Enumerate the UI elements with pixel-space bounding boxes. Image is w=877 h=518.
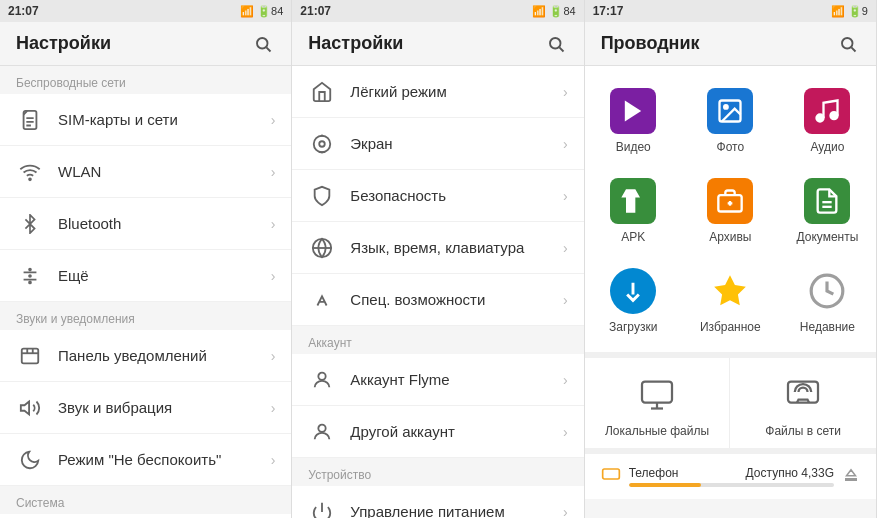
panel-settings-1: 21:07 📶 🔋84 Настройки Беспроводные сети … [0,0,292,518]
storage-bar-fill [629,483,701,487]
menu-item-other-account[interactable]: Другой аккаунт › [292,406,583,458]
easy-label: Лёгкий режим [350,83,563,100]
archives-label: Архивы [709,230,751,244]
search-icon-3 [839,35,857,53]
other-account-icon [308,418,336,446]
search-icon-2 [547,35,565,53]
search-button-3[interactable] [836,32,860,56]
apk-label: APK [621,230,645,244]
svg-rect-42 [642,382,672,403]
status-bar-1: 21:07 📶 🔋84 [0,0,291,22]
recent-label: Недавние [800,320,855,334]
file-grid-main: Видео Фото Аудио APK [585,66,876,352]
lang-label: Язык, время, клавиатура [350,239,563,256]
file-item-photo[interactable]: Фото [682,74,779,164]
lang-chevron: › [563,240,568,256]
downloads-icon [610,268,656,314]
storage-device-icon [601,464,621,489]
status-icons-2: 📶 🔋84 [532,5,575,18]
other-account-chevron: › [563,424,568,440]
more-chevron: › [271,268,276,284]
screen-label: Экран [350,135,563,152]
file-item-archives[interactable]: Архивы [682,164,779,254]
panel-3-header: Проводник [585,22,876,66]
file-item-documents[interactable]: Документы [779,164,876,254]
recent-icon [804,268,850,314]
menu-item-easy[interactable]: Лёгкий режим › [292,66,583,118]
status-bar-3: 17:17 📶 🔋9 [585,0,876,22]
svg-point-0 [257,38,268,49]
more-icon [16,262,44,290]
menu-item-sound[interactable]: Звук и вибрация › [0,382,291,434]
storage-device-label: Телефон [629,466,679,480]
menu-item-security[interactable]: Безопасность › [292,170,583,222]
svg-marker-40 [714,275,746,305]
file-item-video[interactable]: Видео [585,74,682,164]
search-icon-1 [254,35,272,53]
svg-point-6 [29,281,31,283]
menu-item-more[interactable]: Ещё › [0,250,291,302]
svg-point-5 [29,275,31,277]
menu-item-wlan[interactable]: WLAN › [0,146,291,198]
search-button-2[interactable] [544,32,568,56]
time-1: 21:07 [8,4,39,18]
audio-label: Аудио [811,140,845,154]
file-item-audio[interactable]: Аудио [779,74,876,164]
security-label: Безопасность [350,187,563,204]
panel-1-content: Беспроводные сети SIM-карты и сети › WLA… [0,66,291,518]
menu-item-screen[interactable]: Экран › [292,118,583,170]
menu-item-sim[interactable]: SIM-карты и сети › [0,94,291,146]
menu-item-power[interactable]: Управление питанием › [292,486,583,518]
apk-icon [610,178,656,224]
menu-item-notifications[interactable]: Панель уведомлений › [0,330,291,382]
panel-3-content: Видео Фото Аудио APK [585,66,876,518]
eject-button[interactable] [842,466,860,488]
menu-item-bluetooth[interactable]: Bluetooth › [0,198,291,250]
sim-label: SIM-карты и сети [58,111,271,128]
battery-icon-2: 🔋84 [549,5,575,18]
svg-marker-30 [625,101,641,122]
local-icon [634,372,680,418]
svg-line-17 [559,47,563,51]
status-icons-1: 📶 🔋84 [240,5,283,18]
photo-label: Фото [717,140,745,154]
storage-bar [629,483,834,487]
screen-chevron: › [563,136,568,152]
storage-available: Доступно 4,33G [746,466,834,480]
file-item-local[interactable]: Локальные файлы [585,358,731,448]
signal-icon-3: 📶 [831,5,845,18]
dnd-icon [16,446,44,474]
file-item-network[interactable]: Файлы в сети [730,358,876,448]
menu-item-flyme[interactable]: Аккаунт Flyme › [292,354,583,406]
section-sounds: Звуки и уведомления [0,302,291,330]
status-bar-2: 21:07 📶 🔋84 [292,0,583,22]
favorites-icon [707,268,753,314]
menu-item-dnd[interactable]: Режим "Не беспокоить" › [0,434,291,486]
svg-rect-7 [22,348,39,363]
section-device: Устройство [292,458,583,486]
easy-chevron: › [563,84,568,100]
svg-point-24 [319,372,326,379]
video-icon [610,88,656,134]
power-icon [308,498,336,519]
file-item-favorites[interactable]: Избранное [682,254,779,344]
file-item-recent[interactable]: Недавние [779,254,876,344]
storage-info: Телефон Доступно 4,33G [629,466,834,487]
menu-item-personalization[interactable]: Персонализация › [0,514,291,518]
video-label: Видео [616,140,651,154]
time-2: 21:07 [300,4,331,18]
search-button-1[interactable] [251,32,275,56]
sound-icon [16,394,44,422]
svg-marker-11 [21,401,29,414]
photo-icon [707,88,753,134]
notifications-label: Панель уведомлений [58,347,271,364]
accessibility-label: Спец. возможности [350,291,563,308]
menu-item-lang[interactable]: Язык, время, клавиатура › [292,222,583,274]
menu-item-accessibility[interactable]: Спец. возможности › [292,274,583,326]
svg-point-19 [320,141,326,147]
svg-rect-46 [602,469,619,479]
file-item-downloads[interactable]: Загрузки [585,254,682,344]
file-item-apk[interactable]: APK [585,164,682,254]
notifications-icon [16,342,44,370]
flyme-label: Аккаунт Flyme [350,371,563,388]
